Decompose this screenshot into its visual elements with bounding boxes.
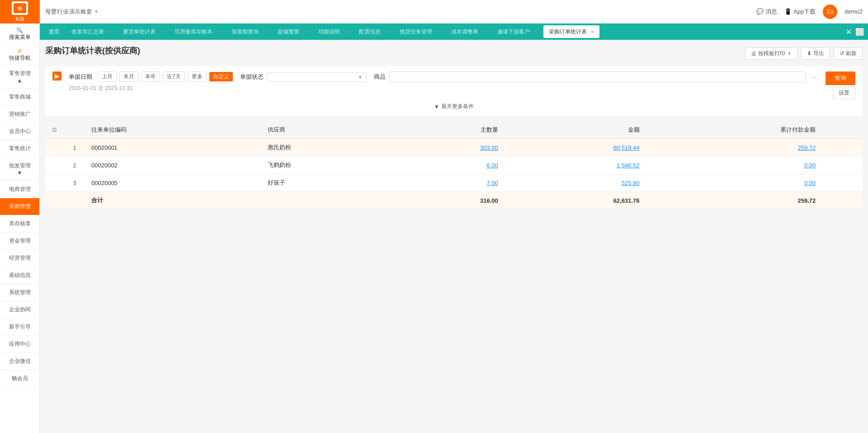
tab-function-desc[interactable]: 功能说明 ✕ [313, 25, 353, 38]
tab-invite-downstream[interactable]: 邀请下游客户 ✕ [492, 25, 542, 38]
table-row: 1 00020001 惠氏奶粉 303.00 60,519.44 259.72 [45, 139, 863, 157]
sidebar-item-search[interactable]: 🔍 搜索菜单 [0, 24, 39, 45]
tab-purchase-summary[interactable]: 采购订单统计表 ✕ [543, 25, 599, 38]
print-icon: 🖨 [751, 50, 756, 57]
td-main-qty[interactable]: 303.00 [393, 139, 504, 157]
td-main-qty[interactable]: 7.00 [393, 174, 504, 192]
tab-close-icon[interactable]: ✕ [344, 29, 347, 34]
tab-close-icon[interactable]: ✕ [159, 29, 163, 34]
sidebar-item-appstore[interactable]: 应用中心 [0, 336, 39, 353]
refresh-icon: ↺ [840, 50, 844, 57]
date-more-btn[interactable]: 更多 [188, 71, 207, 82]
date-last-month-btn[interactable]: 上月 [98, 71, 117, 82]
sidebar-item-retail-stat[interactable]: 零售统计 [0, 140, 39, 157]
tab-label: 收发存汇总表 [71, 28, 104, 36]
sidebar-item-label: 企业微信 [9, 357, 31, 365]
td-amount[interactable]: 1,586.52 [504, 157, 645, 174]
print-button[interactable]: 🖨 按模板打印 ▼ [745, 48, 797, 60]
shortcut-icon: ⚡ [0, 48, 39, 54]
goods-input[interactable] [389, 71, 806, 82]
tab-config-info[interactable]: 配置信息 ✕ [354, 25, 393, 38]
sidebar-item-guide[interactable]: 新手引导 [0, 319, 39, 336]
tab-close-icon[interactable]: ✕ [108, 29, 111, 34]
tab-close-icon[interactable]: ✕ [590, 29, 594, 34]
tab-close-icon[interactable]: ✕ [533, 29, 537, 34]
sidebar-item-vip[interactable]: 畅会员 [0, 370, 39, 387]
app-download-button[interactable]: 📱 App下载 [784, 8, 816, 16]
sidebar-item-inventory[interactable]: 库存核算 [0, 215, 39, 233]
td-amount[interactable]: 60,519.44 [504, 139, 645, 157]
refresh-button[interactable]: ↺ 刷新 [834, 48, 863, 60]
search-button[interactable]: 查询 [826, 71, 855, 85]
td-paid-amount[interactable]: 259.72 [645, 139, 821, 157]
tab-home-label: 首页 [49, 28, 60, 36]
settings-icon[interactable]: ⚙ [52, 126, 57, 133]
tab-close-icon[interactable]: ✕ [482, 29, 486, 34]
export-button[interactable]: ⬇ 导出 [801, 48, 830, 60]
status-select[interactable]: ▼ [267, 72, 367, 82]
avatar-text: Ea [827, 9, 834, 15]
sidebar-item-base[interactable]: 基础信息 [0, 267, 39, 284]
tab-maximize-button[interactable]: ⬜ [855, 28, 864, 36]
sidebar-item-label: 系统管理 [9, 289, 31, 296]
sidebar-item-shortcut[interactable]: ⚡ 快捷导航 [0, 45, 39, 65]
sidebar-item-finance[interactable]: 资金管理 [0, 233, 39, 250]
filter-toggle-button[interactable]: ▶ [52, 71, 61, 81]
date-this-month-btn[interactable]: 本月 [119, 71, 138, 82]
td-paid-amount[interactable]: 0.00 [645, 174, 821, 192]
sidebar-item-label: 电商管理 [9, 186, 31, 193]
tab-cost-adjust[interactable]: 成本调整单 ✕ [446, 25, 491, 38]
th-seq [63, 121, 86, 139]
td-extra [821, 174, 863, 192]
status-label: 单据状态 [240, 73, 264, 81]
td-main-qty[interactable]: 6.00 [393, 157, 504, 174]
sidebar-item-ecommerce[interactable]: 电商管理 [0, 181, 39, 198]
td-paid-amount[interactable]: 0.00 [645, 157, 821, 174]
workspace-arrow-icon: ▼ [94, 9, 99, 14]
tab-close-window-button[interactable]: ✕ [846, 28, 852, 36]
footer-extra [821, 192, 863, 209]
svg-text:畅: 畅 [18, 6, 22, 11]
date-this-year-btn[interactable]: 本年 [141, 71, 160, 82]
footer-label: 合计 [86, 192, 262, 209]
sidebar-item-marketing[interactable]: 营销推广 [0, 106, 39, 123]
sidebar-item-system[interactable]: 系统管理 [0, 284, 39, 301]
tab-home[interactable]: 首页 [43, 25, 65, 38]
sidebar-item-business[interactable]: 经营管理 [0, 250, 39, 267]
date-custom-tag[interactable]: 自定义 [209, 72, 233, 81]
tab-overstock-warning[interactable]: 超储预警 ✕ [272, 25, 312, 38]
sidebar-item-wholesale[interactable]: 批发管理 ▼ [0, 157, 39, 181]
tab-available-inventory[interactable]: 可用量库存账本 ✕ [169, 25, 225, 38]
sidebar-item-retail[interactable]: 零售管理 ▲ [0, 65, 39, 89]
tab-goods-summary[interactable]: 要货单统计表 ✕ [118, 25, 168, 38]
sidebar-item-wechat[interactable]: 企业微信 [0, 353, 39, 370]
tab-close-icon[interactable]: ✕ [384, 29, 388, 34]
tab-warranty-query[interactable]: 保质期查询 ✕ [226, 25, 271, 38]
ellipsis-icon[interactable]: ··· [809, 73, 818, 81]
workspace-selector[interactable]: 母婴行业演示账套 ▼ [45, 8, 99, 16]
expand-more-button[interactable]: ▼ 展开更多条件 [434, 103, 474, 110]
tab-label: 配置信息 [359, 28, 381, 36]
date-last7-btn[interactable]: 近7天 [163, 71, 185, 82]
setting-button[interactable]: 设置 [833, 87, 855, 99]
chevron-down-icon: ▼ [787, 51, 792, 56]
td-amount[interactable]: 525.80 [504, 174, 645, 192]
message-button[interactable]: 💬 消息 [756, 8, 777, 16]
sidebar-item-member[interactable]: 会员中心 [0, 123, 39, 140]
tab-close-icon[interactable]: ✕ [216, 29, 220, 34]
tab-close-icon[interactable]: ✕ [436, 29, 439, 34]
date-range-text: 2016-01-01 至 2023-12-31 [69, 85, 132, 92]
main-area: 母婴行业演示账套 ▼ 💬 消息 📱 App下载 Ea demo2 首页 收发存汇… [40, 0, 868, 433]
tab-picking-task[interactable]: 拣货任务管理 ✕ [394, 25, 445, 38]
sidebar-item-label: 畅会员 [12, 375, 28, 382]
user-name[interactable]: demo2 [844, 8, 863, 15]
sidebar-item-retail-shop[interactable]: 零售商城 [0, 89, 39, 106]
tab-close-icon[interactable]: ✕ [303, 29, 307, 34]
sidebar-item-label: 经营管理 [9, 254, 31, 262]
sidebar-item-purchase[interactable]: 采购管理 [0, 198, 39, 215]
tab-close-icon[interactable]: ✕ [262, 29, 266, 34]
sidebar-item-label: 新手引导 [9, 323, 31, 331]
user-avatar[interactable]: Ea [823, 5, 837, 19]
tab-receive-summary[interactable]: 收发存汇总表 ✕ [66, 25, 117, 38]
sidebar-item-enterprise[interactable]: 企业协同 [0, 301, 39, 319]
